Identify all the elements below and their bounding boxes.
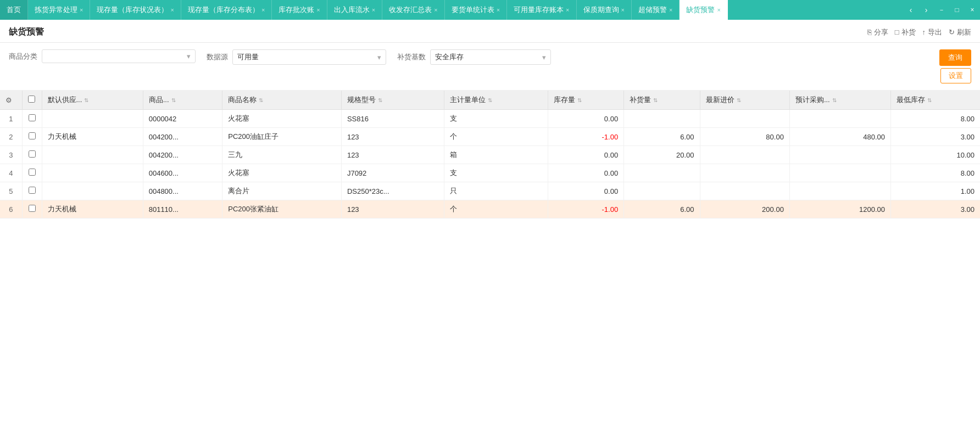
default-supplier-cell: 力天机械 (42, 200, 143, 218)
stock-cell: 0.00 (548, 146, 623, 164)
query-button[interactable]: 查询 (939, 49, 971, 66)
tab-close-9[interactable]: × (621, 7, 625, 13)
filter-area: 商品分类 ▾ 数据源 可用量 ▾ 补货基数 安全库存 ▾ 查询 设置 (0, 43, 980, 91)
sort-icon-replenish-qty[interactable]: ⇅ (653, 97, 658, 103)
tab-close-6[interactable]: × (434, 7, 437, 13)
select-all-checkbox[interactable] (28, 96, 35, 103)
tab-close-11[interactable]: × (717, 7, 720, 13)
tab-item-9[interactable]: 保质期查询× (577, 0, 632, 20)
tab-item-11[interactable]: 缺货预警× (680, 0, 727, 20)
main-content: 缺货预警 ⎘ 分享 □ 补货 ↑ 导出 ↻ 刷新 商品分类 (0, 20, 980, 437)
tab-item-1[interactable]: 拣货异常处理× (28, 0, 90, 20)
latest-price-cell (700, 182, 789, 200)
share-button[interactable]: ⎘ 分享 (867, 27, 888, 37)
window-close-btn[interactable]: × (965, 0, 980, 20)
replenish-base-select[interactable]: 安全库存 ▾ (430, 49, 551, 65)
row-checkbox-cell (22, 182, 42, 200)
settings-button[interactable]: 设置 (940, 68, 971, 83)
tab-close-8[interactable]: × (566, 7, 569, 13)
row-checkbox[interactable] (29, 169, 36, 176)
tab-item-2[interactable]: 现存量（库存状况表）× (90, 0, 181, 20)
datasource-label: 数据源 (207, 52, 228, 62)
sort-icon-spec[interactable]: ⇅ (378, 97, 382, 103)
tab-item-5[interactable]: 出入库流水× (327, 0, 382, 20)
row-checkbox[interactable] (29, 132, 36, 139)
product-name-cell: PC200油缸庄子 (222, 128, 342, 146)
estimated-purchase-cell (789, 110, 890, 128)
table-row: 3004200...三九123箱0.0020.0010.00 (0, 146, 980, 164)
replenish-qty-cell (624, 110, 700, 128)
tab-item-6[interactable]: 收发存汇总表× (382, 0, 444, 20)
gear-icon[interactable]: ⚙ (5, 96, 12, 104)
th-stock[interactable]: 库存量 ⇅ (548, 91, 623, 110)
window-min-btn[interactable]: － (934, 0, 949, 20)
th-product-name[interactable]: 商品名称 ⇅ (222, 91, 342, 110)
datasource-select[interactable]: 可用量 ▾ (232, 49, 386, 65)
table-row: 6力天机械801110...PC200张紧油缸123个-1.006.00200.… (0, 200, 980, 218)
sort-icon-latest-price[interactable]: ⇅ (737, 97, 741, 103)
tab-label-8: 可用量库存账本 (514, 5, 564, 15)
export-button[interactable]: ↑ 导出 (922, 27, 943, 37)
refresh-icon: ↻ (949, 28, 955, 36)
product-name-cell: 火花塞 (222, 164, 342, 182)
th-latest-price[interactable]: 最新进价 ⇅ (700, 91, 789, 110)
category-label: 商品分类 (9, 52, 37, 61)
th-product-code[interactable]: 商品... ⇅ (143, 91, 222, 110)
sort-icon-min-stock[interactable]: ⇅ (927, 97, 932, 103)
tab-label-4: 库存批次账 (279, 5, 314, 15)
product-name-cell: 三九 (222, 146, 342, 164)
tab-item-7[interactable]: 要货单统计表× (445, 0, 507, 20)
unit-cell: 个 (444, 200, 548, 218)
sort-icon-stock[interactable]: ⇅ (577, 97, 582, 103)
tab-close-10[interactable]: × (669, 7, 672, 13)
sort-icon-supplier[interactable]: ⇅ (84, 97, 88, 103)
sort-icon-code[interactable]: ⇅ (171, 97, 176, 103)
tab-item-8[interactable]: 可用量库存账本× (507, 0, 576, 20)
table-container: ⚙ 默认供应... ⇅ 商品... ⇅ (0, 91, 980, 218)
table-row: 2力天机械004200...PC200油缸庄子123个-1.006.0080.0… (0, 128, 980, 146)
row-checkbox[interactable] (29, 150, 36, 158)
tab-label-6: 收发存汇总表 (389, 5, 432, 15)
th-replenish-qty[interactable]: 补货量 ⇅ (624, 91, 700, 110)
latest-price-cell: 200.00 (700, 200, 789, 218)
table-row: 5004800...离合片DS250*23c...只0.001.00 (0, 182, 980, 200)
tab-next-btn[interactable]: › (918, 0, 934, 20)
replenish-button[interactable]: □ 补货 (895, 27, 916, 37)
tab-close-4[interactable]: × (316, 7, 320, 13)
tab-close-3[interactable]: × (261, 7, 265, 13)
refresh-button[interactable]: ↻ 刷新 (949, 27, 971, 37)
replenish-qty-cell: 6.00 (624, 128, 700, 146)
sort-icon-name[interactable]: ⇅ (259, 97, 263, 103)
tab-label-5: 出入库流水 (334, 5, 370, 15)
tab-close-5[interactable]: × (372, 7, 375, 13)
tab-item-10[interactable]: 超储预警× (632, 0, 680, 20)
th-unit[interactable]: 主计量单位 ⇅ (444, 91, 548, 110)
tab-label-3: 现存量（库存分布表） (188, 5, 259, 15)
th-default-supplier[interactable]: 默认供应... ⇅ (42, 91, 143, 110)
sort-icon-estimated[interactable]: ⇅ (832, 97, 837, 103)
tab-prev-btn[interactable]: ‹ (903, 0, 918, 20)
filter-group-category: 商品分类 ▾ (9, 49, 196, 63)
replenish-qty-cell: 6.00 (624, 200, 700, 218)
row-checkbox[interactable] (29, 205, 36, 212)
category-select[interactable]: ▾ (42, 49, 196, 63)
tab-close-1[interactable]: × (80, 7, 83, 13)
tab-item-0[interactable]: 首页 (0, 0, 28, 20)
tab-item-4[interactable]: 库存批次账× (272, 0, 327, 20)
min-stock-cell: 8.00 (891, 110, 980, 128)
sort-icon-unit[interactable]: ⇅ (488, 97, 492, 103)
estimated-purchase-cell: 480.00 (789, 128, 890, 146)
row-num: 6 (0, 200, 22, 218)
window-restore-btn[interactable]: □ (949, 0, 965, 20)
tab-item-3[interactable]: 现存量（库存分布表）× (181, 0, 272, 20)
min-stock-cell: 1.00 (891, 182, 980, 200)
row-checkbox[interactable] (29, 114, 36, 121)
th-min-stock[interactable]: 最低库存 ⇅ (891, 91, 980, 110)
tab-close-2[interactable]: × (170, 7, 174, 13)
spec-cell: 123 (341, 128, 444, 146)
tab-label-11: 缺货预警 (686, 5, 715, 15)
th-spec[interactable]: 规格型号 ⇅ (341, 91, 444, 110)
tab-close-7[interactable]: × (497, 7, 500, 13)
th-estimated-purchase[interactable]: 预计采购... ⇅ (789, 91, 890, 110)
row-checkbox[interactable] (29, 187, 36, 194)
